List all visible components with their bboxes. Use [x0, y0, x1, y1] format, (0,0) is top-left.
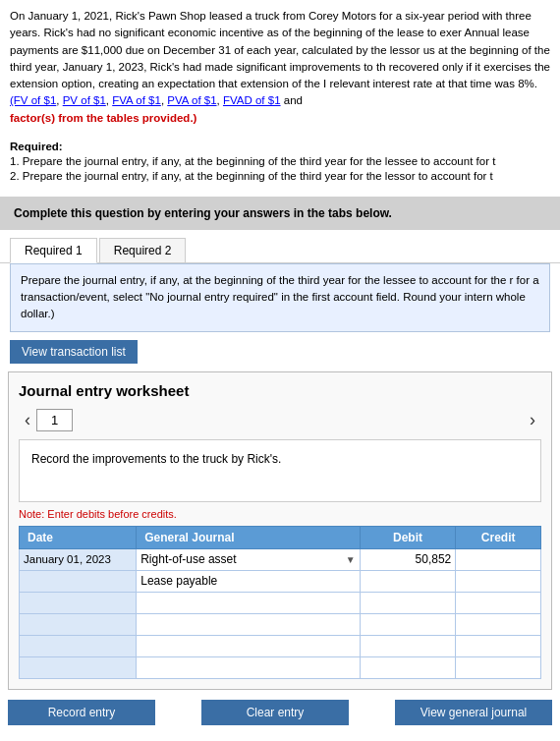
page-indicator: 1 [36, 409, 73, 431]
pv-link[interactable]: PV of $1 [63, 94, 106, 106]
clear-entry-button[interactable]: Clear entry [201, 700, 349, 725]
table-row: Lease payable [20, 570, 541, 592]
table-row: January 01, 2023 Right-of-use asset ▼ 50… [20, 548, 541, 570]
col-debit: Debit [360, 526, 456, 548]
col-general-journal: General Journal [137, 526, 361, 548]
table-row [20, 592, 541, 613]
table-row [20, 613, 541, 635]
debit-cell-4[interactable] [360, 613, 456, 635]
table-row [20, 635, 541, 656]
view-general-journal-button[interactable]: View general journal [395, 700, 552, 725]
nav-row: ‹ 1 › [19, 409, 541, 431]
required-item-1: 1. Prepare the journal entry, if any, at… [10, 155, 550, 167]
bold-instruction: factor(s) from the tables provided.) [10, 112, 196, 124]
date-cell-4 [20, 613, 137, 635]
view-transaction-area: View transaction list [0, 332, 560, 371]
record-entry-button[interactable]: Record entry [8, 700, 155, 725]
worksheet-container: Journal entry worksheet ‹ 1 › Record the… [8, 371, 552, 690]
credit-cell-3[interactable] [456, 592, 541, 613]
journal-table: Date General Journal Debit Credit Januar… [19, 526, 541, 679]
blue-instruction-box: Prepare the journal entry, if any, at th… [10, 263, 550, 332]
debit-cell-3[interactable] [360, 592, 456, 613]
credit-cell-5[interactable] [456, 635, 541, 656]
date-cell-5 [20, 635, 137, 656]
worksheet-title: Journal entry worksheet [19, 382, 541, 399]
prev-page-button[interactable]: ‹ [19, 410, 36, 430]
credit-cell-6[interactable] [456, 656, 541, 678]
dropdown-arrow-1[interactable]: ▼ [346, 554, 356, 565]
fva-link[interactable]: FVA of $1 [112, 94, 161, 106]
account-cell-4[interactable] [137, 613, 361, 635]
date-cell-2 [20, 570, 137, 592]
instruction-text: Complete this question by entering your … [14, 206, 392, 220]
fv-link[interactable]: (FV of $1 [10, 94, 56, 106]
account-cell-6[interactable] [137, 656, 361, 678]
account-cell-2[interactable]: Lease payable [137, 570, 361, 592]
credit-cell-1[interactable] [456, 548, 541, 570]
tab-required-1[interactable]: Required 1 [10, 238, 97, 263]
intro-paragraph: On January 1, 2021, Rick's Pawn Shop lea… [0, 0, 560, 135]
account-cell-3[interactable] [137, 592, 361, 613]
col-credit: Credit [456, 526, 541, 548]
account-cell-5[interactable] [137, 635, 361, 656]
next-page-button[interactable]: › [524, 410, 541, 430]
fvad-link[interactable]: FVAD of $1 [223, 94, 281, 106]
bottom-buttons: Record entry Clear entry View general jo… [0, 690, 560, 733]
credit-cell-4[interactable] [456, 613, 541, 635]
required-label: Required: [10, 141, 63, 152]
description-text: Record the improvements to the truck by … [31, 452, 281, 466]
tab-required-2[interactable]: Required 2 [99, 238, 187, 262]
debit-cell-1[interactable]: 50,852 [360, 548, 456, 570]
credit-cell-2[interactable] [456, 570, 541, 592]
col-date: Date [20, 526, 137, 548]
date-cell-1: January 01, 2023 [20, 548, 137, 570]
note-text: Note: Enter debits before credits. [19, 508, 541, 520]
pva-link[interactable]: PVA of $1 [167, 94, 216, 106]
account-label-2: Lease payable [140, 574, 217, 588]
debit-cell-6[interactable] [360, 656, 456, 678]
required-item-2: 2. Prepare the journal entry, if any, at… [10, 170, 550, 182]
date-cell-3 [20, 592, 137, 613]
table-row [20, 656, 541, 678]
instruction-bar: Complete this question by entering your … [0, 197, 560, 230]
debit-cell-5[interactable] [360, 635, 456, 656]
description-box: Record the improvements to the truck by … [19, 439, 541, 502]
tabs-area: Required 1 Required 2 [0, 230, 560, 263]
account-cell-1[interactable]: Right-of-use asset ▼ [137, 548, 361, 570]
required-section: Required: 1. Prepare the journal entry, … [0, 135, 560, 191]
view-transaction-button[interactable]: View transaction list [10, 340, 138, 364]
account-label-1: Right-of-use asset [140, 552, 236, 566]
date-cell-6 [20, 656, 137, 678]
debit-cell-2[interactable] [360, 570, 456, 592]
